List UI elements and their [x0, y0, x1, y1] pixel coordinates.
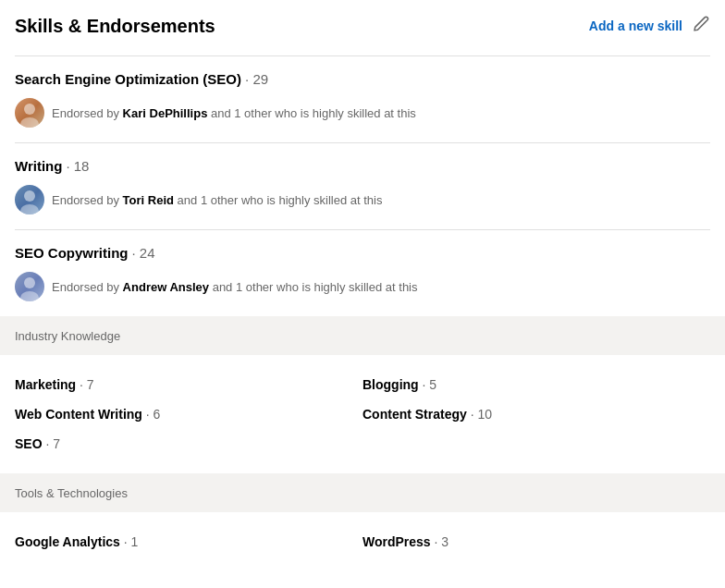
endorsement-row: Endorsed by Tori Reid and 1 other who is… [15, 185, 710, 214]
skills-endorsements-page: Skills & Endorsements Add a new skill Se… [0, 0, 725, 557]
skill-item-name: Content Strategy [362, 407, 467, 422]
skill-item-count: · 7 [76, 377, 93, 392]
skill-item-name: WordPress [362, 534, 431, 549]
svg-point-4 [24, 277, 35, 288]
skill-name: SEO Copywriting [15, 245, 129, 261]
endorsement-row: Endorsed by Kari DePhillips and 1 other … [15, 98, 710, 128]
top-skill-item: Writing · 18 Endorsed by Tori Reid and 1… [15, 142, 710, 229]
svg-point-3 [20, 204, 39, 214]
tools-skill-item: Google Analytics · 1 [15, 527, 362, 557]
top-skill-item: SEO Copywriting · 24 Endorsed by Andrew … [15, 229, 710, 316]
industry-skills-right-col: Blogging · 5Content Strategy · 10 [362, 370, 710, 459]
skill-item-name: Web Content Writing [15, 407, 142, 422]
top-skills-list: Search Engine Optimization (SEO) · 29 En… [15, 55, 710, 316]
skill-name-row: Writing · 18 [15, 158, 710, 174]
avatar [15, 98, 44, 128]
industry-skill-item: SEO · 7 [15, 429, 362, 459]
skill-count: · 24 [132, 245, 155, 261]
edit-icon[interactable] [692, 15, 710, 37]
skill-item-name: SEO [15, 436, 43, 451]
page-header: Skills & Endorsements Add a new skill [15, 15, 710, 37]
add-skill-link[interactable]: Add a new skill [589, 18, 682, 33]
skill-item-count: · 1 [120, 534, 138, 549]
industry-knowledge-category: Industry Knowledge [0, 316, 725, 355]
tools-technologies-label: Tools & Technologies [15, 486, 128, 500]
endorsement-text: Endorsed by Kari DePhillips and 1 other … [52, 106, 416, 120]
endorsement-row: Endorsed by Andrew Ansley and 1 other wh… [15, 272, 710, 301]
industry-skills-left-col: Marketing · 7Web Content Writing · 6SEO … [15, 370, 362, 459]
industry-skill-item: Web Content Writing · 6 [15, 399, 362, 429]
tools-skill-item: WordPress · 3 [362, 527, 710, 557]
industry-skill-item: Content Strategy · 10 [362, 399, 710, 429]
endorsement-text: Endorsed by Tori Reid and 1 other who is… [52, 193, 382, 207]
skill-name: Writing [15, 158, 62, 174]
tools-skills-right-col: WordPress · 3 [362, 527, 710, 557]
skill-name: Search Engine Optimization (SEO) [15, 71, 241, 87]
svg-point-0 [24, 104, 35, 115]
tools-skills-two-col: Google Analytics · 1WordPress · 3 [15, 527, 710, 557]
tools-skills-left-col: Google Analytics · 1 [15, 527, 362, 557]
skill-count: · 18 [66, 158, 89, 174]
skill-item-count: · 7 [43, 436, 60, 451]
skill-item-name: Google Analytics [15, 534, 120, 549]
skill-name-row: SEO Copywriting · 24 [15, 245, 710, 261]
svg-point-5 [20, 291, 39, 301]
tools-technologies-category: Tools & Technologies [0, 473, 725, 512]
header-actions: Add a new skill [589, 15, 710, 37]
industry-skill-item: Blogging · 5 [362, 370, 710, 399]
skill-item-count: · 3 [431, 534, 449, 549]
skill-item-count: · 6 [142, 407, 160, 422]
industry-skills-two-col: Marketing · 7Web Content Writing · 6SEO … [15, 370, 710, 459]
industry-skills-grid: Marketing · 7Web Content Writing · 6SEO … [15, 355, 710, 459]
skill-item-name: Blogging [362, 377, 419, 392]
skill-item-count: · 5 [419, 377, 436, 392]
avatar [15, 272, 44, 301]
top-skill-item: Search Engine Optimization (SEO) · 29 En… [15, 55, 710, 142]
endorsement-text: Endorsed by Andrew Ansley and 1 other wh… [52, 280, 418, 294]
skill-name-row: Search Engine Optimization (SEO) · 29 [15, 71, 710, 87]
industry-skill-item: Marketing · 7 [15, 370, 362, 399]
svg-point-2 [24, 190, 35, 202]
skill-item-name: Marketing [15, 377, 76, 392]
skill-item-count: · 10 [467, 407, 492, 422]
industry-knowledge-label: Industry Knowledge [15, 329, 120, 343]
skill-count: · 29 [245, 71, 268, 87]
tools-skills-grid: Google Analytics · 1WordPress · 3 [15, 512, 710, 557]
page-title: Skills & Endorsements [15, 16, 215, 37]
avatar [15, 185, 44, 214]
svg-point-1 [20, 117, 39, 128]
